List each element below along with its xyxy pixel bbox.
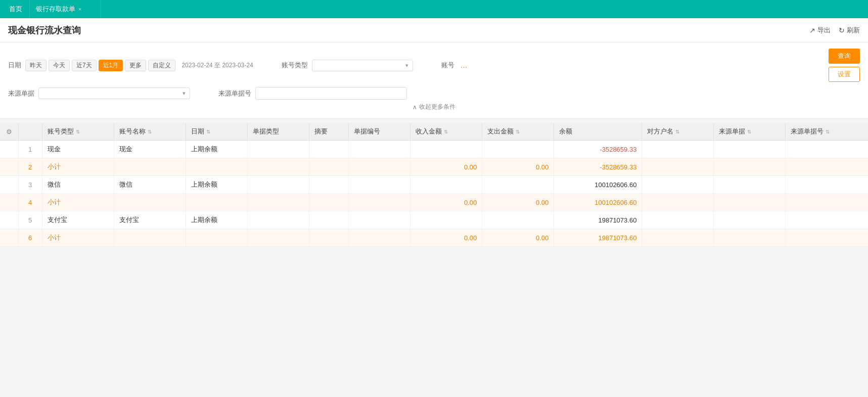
sort-icon: ⇅: [826, 129, 830, 135]
row-source-voucher-no: [786, 194, 868, 211]
date-shortcut-自定义[interactable]: 自定义: [148, 60, 175, 71]
table-row: 6小计0.000.0019871073.60: [0, 229, 868, 247]
row-expense: 0.00: [482, 229, 554, 247]
action-buttons: 查询 设置: [829, 49, 860, 82]
export-icon: ↗: [809, 26, 815, 34]
row-account-name: [114, 194, 186, 211]
collapse-bar[interactable]: ∧ 收起更多条件: [8, 100, 860, 112]
row-source-voucher-no: [786, 158, 868, 176]
table-row: 3微信微信上期余额100102606.60: [0, 176, 868, 194]
row-settings: [0, 176, 18, 194]
row-source-voucher-no: [786, 176, 868, 194]
col-header-来源单据号[interactable]: 来源单据号⇅: [786, 123, 868, 141]
row-voucher-no: [349, 158, 410, 176]
row-account-type: 支付宝: [42, 211, 114, 229]
row-index: 1: [18, 141, 42, 158]
table-row: 4小计0.000.00100102606.60: [0, 194, 868, 211]
row-date: 上期余额: [186, 141, 247, 158]
row-income: 0.00: [410, 229, 482, 247]
row-source-voucher-no: [786, 141, 868, 158]
data-table: ⚙ 账号类型⇅账号名称⇅日期⇅单据类型摘要单据编号收入金额⇅支出金额⇅余额对方户…: [0, 123, 868, 247]
row-voucher-type: [247, 176, 309, 194]
account-filter-group: 账号 ...: [441, 61, 469, 70]
row-voucher-type: [247, 141, 309, 158]
row-index: 2: [18, 158, 42, 176]
row-account-type: 现金: [42, 141, 114, 158]
row-settings: [0, 229, 18, 247]
col-header-摘要: 摘要: [309, 123, 349, 141]
row-balance: 100102606.60: [554, 194, 642, 211]
sort-icon: ⇅: [675, 129, 679, 135]
row-voucher-no: [349, 194, 410, 211]
date-range: 2023-02-24 至 2023-03-24: [181, 61, 253, 70]
nav-tab-label: 银行存取款单: [36, 5, 75, 14]
chevron-down-icon: ▾: [405, 62, 408, 69]
settings-col-header[interactable]: ⚙: [0, 123, 18, 141]
table-header: ⚙ 账号类型⇅账号名称⇅日期⇅单据类型摘要单据编号收入金额⇅支出金额⇅余额对方户…: [0, 123, 868, 141]
row-account-name: 微信: [114, 176, 186, 194]
date-shortcut-今天[interactable]: 今天: [49, 60, 70, 71]
source-voucher-no-input[interactable]: [255, 87, 407, 100]
row-voucher-no: [349, 229, 410, 247]
chevron-down-icon-2: ▾: [182, 90, 186, 97]
row-income: [410, 211, 482, 229]
col-header-收入金额[interactable]: 收入金额⇅: [410, 123, 482, 141]
row-voucher-type: [247, 194, 309, 211]
row-date: 上期余额: [186, 176, 247, 194]
source-voucher-label: 来源单据: [8, 89, 34, 98]
row-expense: 0.00: [482, 158, 554, 176]
row-account-type: 小计: [42, 158, 114, 176]
row-expense: [482, 211, 554, 229]
row-account-type: 小计: [42, 229, 114, 247]
row-balance: -3528659.33: [554, 141, 642, 158]
sort-icon: ⇅: [76, 129, 80, 135]
row-voucher-no: [349, 141, 410, 158]
nav-tab-银行存取款单[interactable]: 银行存取款单×: [30, 0, 101, 18]
close-tab-icon[interactable]: ×: [78, 6, 81, 12]
table-container: ⚙ 账号类型⇅账号名称⇅日期⇅单据类型摘要单据编号收入金额⇅支出金额⇅余额对方户…: [0, 123, 868, 247]
row-account-name: [114, 158, 186, 176]
row-account-type: 小计: [42, 194, 114, 211]
date-shortcut-昨天[interactable]: 昨天: [25, 60, 47, 71]
row-summary: [309, 141, 349, 158]
col-header-对方户名[interactable]: 对方户名⇅: [642, 123, 714, 141]
date-shortcuts: 昨天今天近7天近1月更多自定义: [25, 60, 175, 71]
row-account-name: [114, 229, 186, 247]
row-summary: [309, 176, 349, 194]
col-header-来源单据[interactable]: 来源单据⇅: [714, 123, 786, 141]
row-index: 5: [18, 211, 42, 229]
date-shortcut-近7天[interactable]: 近7天: [72, 60, 97, 71]
row-expense: 0.00: [482, 194, 554, 211]
source-voucher-no-label: 来源单据号: [218, 89, 251, 98]
col-header-支出金额[interactable]: 支出金额⇅: [482, 123, 554, 141]
row-counterparty: [642, 211, 714, 229]
row-summary: [309, 211, 349, 229]
account-dots-button[interactable]: ...: [459, 61, 469, 70]
nav-tabs: 收款单×付款单×其他收入单×应收应付调整单×银行存取款单×预收冲应收单×收款核销…: [30, 0, 101, 18]
query-button[interactable]: 查询: [829, 49, 860, 64]
col-header-日期[interactable]: 日期⇅: [186, 123, 247, 141]
date-shortcut-近1月[interactable]: 近1月: [99, 60, 123, 71]
account-type-label: 账号类型: [282, 61, 308, 70]
row-summary: [309, 229, 349, 247]
source-voucher-select[interactable]: ▾: [38, 87, 190, 99]
settings-button[interactable]: 设置: [829, 67, 860, 82]
date-shortcut-更多[interactable]: 更多: [125, 60, 146, 71]
account-type-select[interactable]: ▾: [312, 60, 413, 71]
row-summary: [309, 194, 349, 211]
row-source-voucher-no: [786, 211, 868, 229]
col-index: [18, 123, 42, 141]
col-header-账号名称[interactable]: 账号名称⇅: [114, 123, 186, 141]
col-header-账号类型[interactable]: 账号类型⇅: [42, 123, 114, 141]
row-voucher-type: [247, 211, 309, 229]
nav-home[interactable]: 首页: [2, 0, 30, 18]
refresh-button[interactable]: ↻ 刷新: [839, 26, 860, 35]
row-index: 4: [18, 194, 42, 211]
row-counterparty: [642, 141, 714, 158]
row-date: [186, 158, 247, 176]
row-voucher-type: [247, 229, 309, 247]
top-navigation: 首页 收款单×付款单×其他收入单×应收应付调整单×银行存取款单×预收冲应收单×收…: [0, 0, 868, 18]
row-date: [186, 229, 247, 247]
row-index: 3: [18, 176, 42, 194]
export-button[interactable]: ↗ 导出: [809, 26, 831, 35]
